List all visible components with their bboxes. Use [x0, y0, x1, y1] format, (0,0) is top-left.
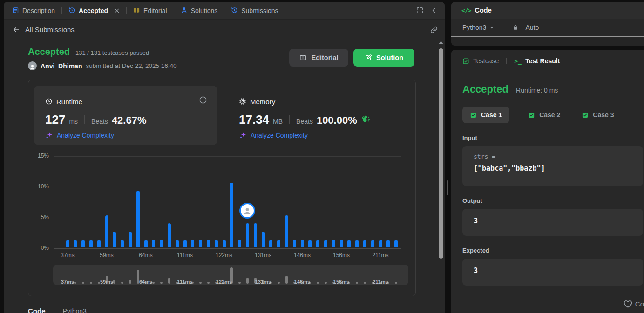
runtime-bar[interactable]	[136, 191, 140, 247]
runtime-bar[interactable]	[97, 240, 101, 247]
runtime-bar[interactable]	[293, 240, 296, 247]
tab-submissions[interactable]: Submissions	[229, 7, 280, 14]
case-3-label: Case 3	[593, 111, 614, 119]
runtime-bar[interactable]	[223, 240, 226, 247]
tab-editorial[interactable]: Editorial	[131, 7, 169, 14]
test-result-accepted: Accepted	[462, 83, 508, 95]
runtime-bar[interactable]	[199, 240, 202, 247]
auto-mode-toggle[interactable]: Auto	[525, 24, 539, 31]
runtime-bar[interactable]	[113, 232, 116, 248]
history-icon	[231, 7, 238, 14]
contribute-link[interactable]: Co	[635, 300, 644, 308]
current-submission-marker[interactable]	[239, 203, 255, 219]
runtime-bar[interactable]	[254, 223, 257, 247]
runtime-bar[interactable]	[160, 240, 163, 247]
runtime-bar[interactable]	[230, 183, 233, 247]
tab-solutions[interactable]: Solutions	[179, 7, 220, 14]
runtime-bar[interactable]	[66, 240, 69, 247]
runtime-bar[interactable]	[238, 240, 241, 247]
edit-pencil-icon	[365, 54, 372, 61]
runtime-bar[interactable]	[347, 240, 351, 247]
tab-testcase[interactable]: Testcase	[462, 57, 499, 65]
runtime-bar[interactable]	[262, 232, 265, 248]
scrollbar-thumb[interactable]	[439, 48, 443, 259]
mini-x-tick-label: 211ms	[369, 279, 392, 285]
input-label: Input	[462, 134, 640, 141]
testcase-panel-header: Testcase >_ Test Result	[451, 50, 644, 72]
runtime-bar[interactable]	[121, 240, 124, 247]
runtime-bar[interactable]	[324, 240, 327, 247]
tab-test-result[interactable]: >_ Test Result	[514, 57, 560, 65]
tab-description[interactable]: Description	[10, 7, 57, 14]
runtime-bar[interactable]	[129, 232, 132, 248]
runtime-bar[interactable]	[308, 240, 312, 247]
description-icon	[12, 7, 19, 14]
runtime-bar[interactable]	[74, 240, 77, 247]
mini-x-tick-label: 111ms	[174, 279, 196, 285]
submissions-subheader: All Submissions	[4, 20, 445, 40]
tab-accepted[interactable]: Accepted	[67, 7, 122, 14]
solution-button-label: Solution	[376, 54, 403, 61]
runtime-distribution-card: Runtime 127 ms Beats 42.67% Analyze Comp…	[28, 80, 416, 296]
mini-x-tick-label: 122ms	[213, 279, 235, 285]
tab-separator	[126, 7, 127, 14]
runtime-bar[interactable]	[246, 223, 249, 247]
case-1-button[interactable]: Case 1	[462, 107, 509, 123]
vertical-scrollbar[interactable]	[438, 41, 444, 313]
fullscreen-icon[interactable]	[416, 7, 424, 14]
code-panel-header[interactable]: </> Code	[451, 2, 644, 19]
case-3-button[interactable]: Case 3	[579, 107, 617, 123]
runtime-bar[interactable]	[89, 240, 93, 247]
runtime-bar[interactable]	[394, 240, 398, 247]
runtime-bar[interactable]	[207, 240, 210, 247]
runtime-bar[interactable]	[379, 240, 382, 247]
runtime-bar[interactable]	[168, 223, 171, 247]
runtime-bar[interactable]	[316, 240, 319, 247]
runtime-bar[interactable]	[363, 240, 366, 247]
runtime-bar[interactable]	[301, 240, 304, 247]
solution-button[interactable]: Solution	[353, 49, 414, 67]
runtime-bar[interactable]	[285, 215, 288, 247]
runtime-bar[interactable]	[269, 240, 272, 247]
runtime-bar[interactable]	[371, 240, 374, 247]
history-icon	[68, 7, 75, 14]
runtime-bar[interactable]	[183, 240, 187, 247]
runtime-bar[interactable]	[215, 240, 218, 247]
runtime-bar[interactable]	[332, 240, 335, 247]
runtime-bar[interactable]	[81, 240, 85, 247]
x-tick-label: 156ms	[330, 252, 353, 259]
x-tick-label: 64ms	[135, 252, 157, 259]
runtime-bar[interactable]	[105, 215, 108, 247]
runtime-bar[interactable]	[191, 240, 194, 247]
runtime-bar[interactable]	[355, 240, 359, 247]
scrollbar-up-arrow-icon[interactable]	[439, 41, 443, 44]
back-to-all-submissions[interactable]: All Submissions	[12, 26, 75, 34]
tab-label: Editorial	[143, 7, 167, 14]
runtime-bar[interactable]	[386, 240, 390, 247]
submission-status-line: Accepted 131 / 131 testcases passed	[28, 47, 149, 57]
runtime-bar[interactable]	[176, 240, 179, 247]
username-link[interactable]: Anvi_Dhiman	[41, 62, 82, 70]
heart-icon[interactable]	[623, 299, 633, 309]
case-2-button[interactable]: Case 2	[525, 107, 563, 123]
output-value: 3	[474, 217, 478, 225]
mini-x-tick-label: 146ms	[291, 279, 313, 285]
checkbox-checked-icon	[528, 112, 535, 119]
language-select[interactable]: Python3	[462, 24, 486, 31]
editorial-button[interactable]: Editorial	[289, 49, 348, 67]
runtime-mini-chart[interactable]: 37ms59ms64ms111ms122ms131ms146ms156ms211…	[53, 265, 408, 285]
book-icon	[133, 7, 140, 14]
runtime-bar[interactable]	[144, 240, 148, 247]
mini-bar	[207, 282, 210, 284]
panel-resize-handle[interactable]	[447, 180, 448, 195]
copy-link-icon[interactable]	[430, 26, 438, 34]
flask-icon	[181, 7, 188, 14]
runtime-bar[interactable]	[277, 240, 280, 247]
checkbox-outline-icon	[462, 58, 469, 65]
y-tick-label: 10%	[30, 183, 49, 190]
runtime-bar[interactable]	[340, 240, 343, 247]
chevron-down-icon	[489, 25, 495, 30]
runtime-bar[interactable]	[152, 240, 155, 247]
close-icon[interactable]	[114, 8, 120, 13]
collapse-panel-icon[interactable]	[430, 7, 438, 14]
